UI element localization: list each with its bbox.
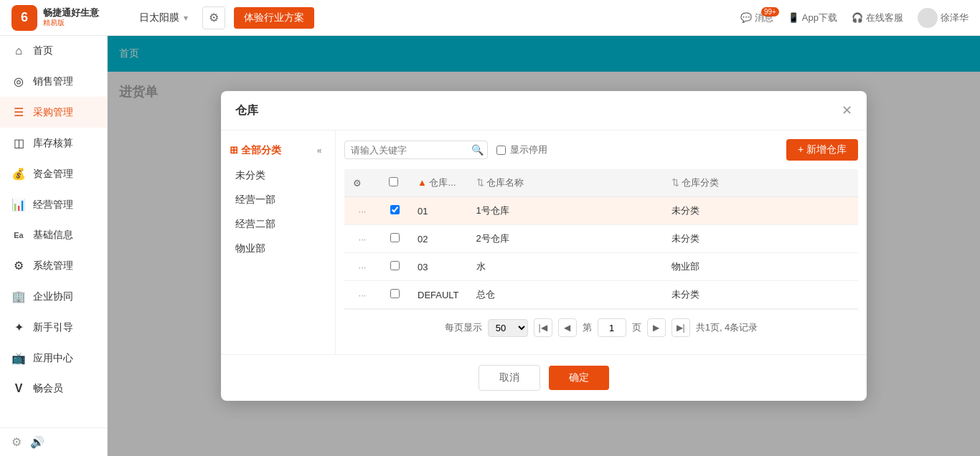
online-service-item[interactable]: 🎧 在线客服 xyxy=(852,11,903,24)
sidebar-item-member[interactable]: V 畅会员 xyxy=(0,374,107,404)
row-gear-3[interactable]: ··· xyxy=(344,281,380,309)
row-name-3: 总仓 xyxy=(468,281,663,309)
row-check-1[interactable] xyxy=(380,225,409,253)
collapse-icon[interactable]: « xyxy=(312,143,326,158)
table-row[interactable]: ··· DEFAULT 总仓 未分类 xyxy=(344,281,858,309)
row-check-0[interactable] xyxy=(380,197,409,225)
modal-title: 仓库 xyxy=(235,103,258,118)
top-header: 6 畅捷通好生意 精易版 日太阳膜 ▾ ⚙ 体验行业方案 💬 消息 99+ 📱 … xyxy=(0,0,980,36)
sidebar-item-purchase[interactable]: ☰ 采购管理 xyxy=(0,97,107,128)
message-badge: 99+ xyxy=(761,7,779,16)
search-input[interactable] xyxy=(351,145,471,156)
pagination-bar: 每页显示 50 100 |◀ ◀ 第 页 ▶ ▶| xyxy=(344,309,858,346)
table-panel: 🔍 显示停用 + 新增仓库 xyxy=(336,130,867,354)
row-check-3[interactable] xyxy=(380,281,409,309)
sidebar-item-inventory[interactable]: ◫ 库存核算 xyxy=(0,128,107,158)
header-right: 💬 消息 99+ 📱 App下载 🎧 在线客服 徐泽华 xyxy=(740,8,969,28)
sidebar-label-basic: 基础信息 xyxy=(33,229,73,242)
more-icon: ··· xyxy=(359,290,367,300)
grid-icon: ⊞ xyxy=(230,144,241,156)
sidebar-item-guide[interactable]: ✦ 新手引导 xyxy=(0,312,107,343)
warehouse-modal: 仓库 ✕ ⊞ 全部分类 « xyxy=(221,91,867,401)
page-number-input[interactable] xyxy=(598,318,626,337)
inventory-icon: ◫ xyxy=(11,136,26,150)
row-gear-2[interactable]: ··· xyxy=(344,253,380,281)
settings-bottom-icon[interactable]: ⚙ xyxy=(11,435,22,449)
category-label-ops2: 经营二部 xyxy=(235,218,275,229)
settings-button[interactable]: ⚙ xyxy=(202,6,225,29)
row-gear-1[interactable]: ··· xyxy=(344,225,380,253)
user-name: 徐泽华 xyxy=(941,11,969,24)
messages-item[interactable]: 💬 消息 99+ xyxy=(740,11,773,24)
sidebar-item-finance[interactable]: 💰 资金管理 xyxy=(0,158,107,189)
sidebar-item-sales[interactable]: ◎ 销售管理 xyxy=(0,66,107,97)
prev-page-button[interactable]: ◀ xyxy=(558,318,577,337)
enterprise-icon: 🏢 xyxy=(11,290,26,303)
app-icon: 📱 xyxy=(788,12,799,23)
all-categories-item[interactable]: ⊞ 全部分类 « xyxy=(221,138,335,163)
table-container: ⚙ ▲ 仓库... xyxy=(344,169,858,309)
purchase-icon: ☰ xyxy=(11,105,26,119)
volume-icon[interactable]: 🔊 xyxy=(30,435,44,449)
category-panel: ⊞ 全部分类 « 未分类 经营一部 经营二部 xyxy=(221,130,336,354)
show-disabled-checkbox[interactable] xyxy=(496,146,506,155)
table-row[interactable]: ··· 01 1号仓库 未分类 xyxy=(344,197,858,225)
row-name-1: 2号仓库 xyxy=(468,225,663,253)
row-gear-0[interactable]: ··· xyxy=(344,197,380,225)
row-category-3: 未分类 xyxy=(663,281,858,309)
row-checkbox-3[interactable] xyxy=(390,289,400,298)
page-size-select[interactable]: 50 100 xyxy=(488,319,528,337)
sidebar-item-enterprise[interactable]: 🏢 企业协同 xyxy=(0,281,107,312)
sidebar-label-enterprise: 企业协同 xyxy=(33,290,73,303)
sidebar-label-finance: 资金管理 xyxy=(33,168,73,181)
category-label-unclassified: 未分类 xyxy=(235,169,265,181)
row-checkbox-2[interactable] xyxy=(390,261,400,270)
home-icon: ⌂ xyxy=(11,44,26,57)
next-page-button[interactable]: ▶ xyxy=(647,318,666,337)
category-label-property: 物业部 xyxy=(235,242,265,254)
category-item-ops2[interactable]: 经营二部 xyxy=(221,212,335,237)
category-item-ops1[interactable]: 经营一部 xyxy=(221,188,335,212)
category-item-unclassified[interactable]: 未分类 xyxy=(221,163,335,188)
sidebar-label-apps: 应用中心 xyxy=(33,352,73,365)
th-gear[interactable]: ⚙ xyxy=(344,169,380,197)
store-selector[interactable]: 日太阳膜 ▾ xyxy=(133,9,194,27)
row-code-3: DEFAULT xyxy=(409,281,468,309)
avatar xyxy=(918,8,938,28)
sidebar-label-sales: 销售管理 xyxy=(33,75,73,88)
show-disabled-label[interactable]: 显示停用 xyxy=(496,143,547,156)
select-all-checkbox[interactable] xyxy=(389,177,398,186)
cancel-button[interactable]: 取消 xyxy=(479,365,540,391)
more-icon: ··· xyxy=(359,262,367,272)
category-item-property[interactable]: 物业部 xyxy=(221,237,335,261)
sidebar-item-operation[interactable]: 📊 经营管理 xyxy=(0,189,107,220)
sidebar-label-home: 首页 xyxy=(33,44,53,57)
th-warehouse-code: ▲ 仓库... xyxy=(409,169,468,197)
modal-header: 仓库 ✕ xyxy=(221,91,867,130)
table-row[interactable]: ··· 02 2号仓库 未分类 xyxy=(344,225,858,253)
last-page-button[interactable]: ▶| xyxy=(672,318,690,337)
row-checkbox-1[interactable] xyxy=(390,233,400,242)
store-name: 日太阳膜 xyxy=(139,11,179,24)
row-checkbox-0[interactable] xyxy=(390,205,400,214)
trial-button[interactable]: 体验行业方案 xyxy=(234,7,314,29)
sidebar-item-system[interactable]: ⚙ 系统管理 xyxy=(0,250,107,281)
first-page-button[interactable]: |◀ xyxy=(534,318,552,337)
modal-close-button[interactable]: ✕ xyxy=(842,103,852,118)
logo-area: 6 畅捷通好生意 精易版 xyxy=(11,5,119,31)
search-box[interactable]: 🔍 xyxy=(344,141,488,159)
warehouse-table: ⚙ ▲ 仓库... xyxy=(344,169,858,309)
sidebar-label-operation: 经营管理 xyxy=(33,199,73,212)
add-warehouse-button[interactable]: + 新增仓库 xyxy=(786,139,858,161)
sidebar-item-home[interactable]: ⌂ 首页 xyxy=(0,36,107,66)
user-item[interactable]: 徐泽华 xyxy=(918,8,969,28)
app-download-item[interactable]: 📱 App下载 xyxy=(788,11,837,24)
row-check-2[interactable] xyxy=(380,253,409,281)
confirm-button[interactable]: 确定 xyxy=(549,366,609,390)
sidebar-item-apps[interactable]: 📺 应用中心 xyxy=(0,343,107,374)
sidebar-item-basic[interactable]: Ea 基础信息 xyxy=(0,220,107,250)
chevron-down-icon: ▾ xyxy=(184,13,188,23)
main-layout: ⌂ 首页 ◎ 销售管理 ☰ 采购管理 ◫ 库存核算 💰 资金管理 📊 经营管理 … xyxy=(0,36,980,456)
table-row[interactable]: ··· 03 水 物业部 xyxy=(344,253,858,281)
more-icon: ··· xyxy=(359,234,367,244)
